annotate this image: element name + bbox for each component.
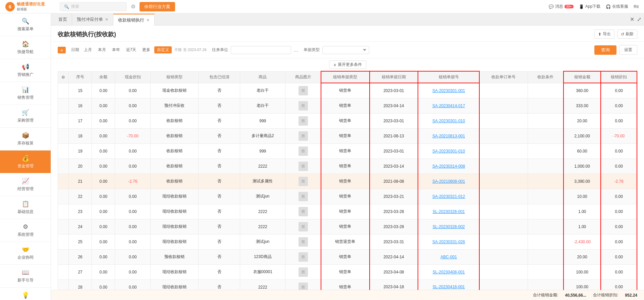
td-receipt-condition bbox=[528, 113, 564, 128]
online-support-item[interactable]: 🎧 在线客服 bbox=[606, 4, 628, 9]
td-write-off-amount: 1.00 bbox=[564, 219, 601, 234]
td-bill-no[interactable]: SA-20230301-010 bbox=[418, 113, 479, 128]
td-bill-no[interactable]: ABC-001 bbox=[418, 249, 479, 264]
sidebar-label-nav: 快捷导航 bbox=[17, 49, 34, 55]
guide-sidebar-icon: 📖 bbox=[22, 269, 29, 276]
td-bill-no[interactable]: SA-20230414-017 bbox=[418, 98, 479, 113]
td-bill-no[interactable]: SA-20230314-008 bbox=[418, 159, 479, 174]
app-download-item[interactable]: 📱 App下载 bbox=[579, 4, 600, 9]
td-bill-no[interactable]: SA-20230301-001 bbox=[418, 83, 479, 98]
sidebar-item-business[interactable]: 📈 经营管理 bbox=[0, 173, 51, 196]
partner-filter-group: 往来单位 ... bbox=[212, 46, 298, 54]
td-bill-no[interactable]: SA-20230301-010 bbox=[418, 143, 479, 159]
td-bill-no[interactable]: SA-20230331-026 bbox=[418, 234, 479, 249]
messages-item[interactable]: 💬 消息 99+ bbox=[549, 4, 574, 9]
td-receipt-condition bbox=[528, 219, 564, 234]
td-write-off-discount: 0.00 bbox=[601, 98, 637, 113]
td-bill-no[interactable]: SL-20230408-001 bbox=[418, 264, 479, 280]
expand-more-button[interactable]: ∨ 展开更多条件 bbox=[329, 60, 366, 69]
bill-type-select[interactable] bbox=[322, 46, 369, 54]
sidebar-item-finance[interactable]: 💰 资金管理 bbox=[0, 151, 51, 173]
td-bill-type: 销货单 bbox=[321, 174, 369, 189]
sidebar-item-nav[interactable]: 🏠 快捷导航 bbox=[0, 36, 51, 59]
td-bill-date: 2023-03-01 bbox=[370, 83, 418, 98]
td-receipt-order-no bbox=[479, 219, 528, 234]
tab-writeoff-close[interactable]: ✕ bbox=[146, 18, 150, 23]
td-balance: 0.00 bbox=[92, 189, 115, 204]
td-receipt-condition bbox=[528, 174, 564, 189]
page-header: 收款核销执行(按收款) ⬆ 导出 ↺ 刷新 bbox=[51, 26, 644, 42]
td-bill-type: 销货单 bbox=[321, 159, 369, 174]
logo-subtitle: 标准版 bbox=[17, 7, 45, 12]
td-write-off-discount: -70.00 bbox=[601, 128, 637, 143]
td-bill-no[interactable]: SA-20210808-001 bbox=[418, 174, 479, 189]
settings-icon[interactable]: ⚙ bbox=[131, 3, 136, 10]
td-bill-no[interactable]: SA-20210813-001 bbox=[418, 128, 479, 143]
sidebar-item-guide[interactable]: 📖 新手引导 bbox=[0, 265, 51, 288]
tab-home[interactable]: 首页 bbox=[54, 13, 72, 25]
td-receipt-order-no bbox=[479, 189, 528, 204]
td-write-off-discount: -2.76 bbox=[601, 174, 637, 189]
date-opt-custom[interactable]: 自定义 bbox=[154, 46, 172, 53]
td-receipt-condition bbox=[528, 264, 564, 280]
date-opt-7days[interactable]: 近7天 bbox=[124, 46, 139, 53]
td-no: 26 bbox=[69, 249, 92, 264]
td-write-off-amount: 360.00 bbox=[564, 83, 601, 98]
td-bill-date: 2023-04-08 bbox=[370, 264, 418, 280]
td-bill-date: 2023-04-18 bbox=[370, 280, 418, 290]
filter-collapse-btn[interactable]: » bbox=[58, 47, 66, 53]
td-product-image: 图 bbox=[285, 159, 321, 174]
sidebar-item-sales[interactable]: 📊 销售管理 bbox=[0, 82, 51, 105]
td-bill-no[interactable]: SL-20230328-001 bbox=[418, 204, 479, 219]
sales-sidebar-icon: 📊 bbox=[22, 86, 29, 93]
td-bill-type: 销货单 bbox=[321, 264, 369, 280]
table-body: 15 0.00 0.00 现金收款核销 否 老白干 图 销货单 2023-03-… bbox=[58, 83, 637, 290]
table-container[interactable]: ⚙ 序号 余额 现金折扣 核销类型 包含已结清 商品 商品图片 核销单据类型 核… bbox=[51, 71, 644, 290]
sidebar-item-hardware[interactable]: 💡 智能硬件 bbox=[0, 288, 51, 300]
sidebar-item-inventory[interactable]: 📦 库存核算 bbox=[0, 128, 51, 151]
close-tab-btn[interactable]: ✕ bbox=[630, 16, 634, 23]
tab-writeoff[interactable]: 收款核销执行 ✕ bbox=[113, 14, 155, 26]
date-opt-more[interactable]: 更多 bbox=[140, 46, 152, 53]
td-including-cleared: 否 bbox=[199, 189, 240, 204]
td-write-off-type: 收款核销 bbox=[151, 143, 199, 159]
tab-home-label: 首页 bbox=[58, 16, 67, 23]
filter-settings-button[interactable]: 设置 bbox=[619, 45, 637, 55]
partner-dots[interactable]: ... bbox=[294, 47, 298, 53]
td-write-off-amount: 1,000.00 bbox=[564, 159, 601, 174]
date-opt-lastmonth[interactable]: 上月 bbox=[82, 46, 94, 53]
sidebar-item-purchase[interactable]: 🛒 采购管理 bbox=[0, 105, 51, 128]
sidebar-item-enterprise[interactable]: 🤝 企业协同 bbox=[0, 242, 51, 265]
export-button[interactable]: ⬆ 导出 bbox=[594, 30, 614, 39]
date-opt-thismonth[interactable]: 本月 bbox=[96, 46, 108, 53]
date-label: 日期 bbox=[71, 47, 79, 53]
tab-prepay[interactable]: 预付冲应付单 ✕ bbox=[72, 13, 113, 25]
solution-button[interactable]: 休馆行业方案 bbox=[140, 2, 175, 11]
date-opt-thisyear[interactable]: 本年 bbox=[110, 46, 122, 53]
search-box[interactable]: 🔍 搜索 bbox=[60, 2, 127, 11]
td-bill-no[interactable]: SL-20230328-002 bbox=[418, 219, 479, 234]
th-settings[interactable]: ⚙ bbox=[58, 71, 69, 83]
tab-bar: 首页 预付冲应付单 ✕ 收款核销执行 ✕ ✕ ⤢ bbox=[51, 13, 644, 26]
sidebar-item-marketing[interactable]: 📢 营销推广 bbox=[0, 59, 51, 82]
td-bill-no[interactable]: SA-20230321-012 bbox=[418, 189, 479, 204]
td-settings bbox=[58, 204, 69, 219]
td-settings bbox=[58, 83, 69, 98]
td-settings bbox=[58, 113, 69, 128]
sidebar-item-basics[interactable]: 📋 基础信息 bbox=[0, 196, 51, 219]
td-including-cleared: 否 bbox=[199, 128, 240, 143]
sidebar-item-search[interactable]: 🔍 搜索菜单 bbox=[0, 13, 51, 36]
tab-prepay-close[interactable]: ✕ bbox=[105, 17, 108, 22]
th-write-off-discount: 核销折扣 bbox=[601, 71, 637, 83]
td-product: 999 bbox=[240, 113, 285, 128]
query-button[interactable]: 查询 bbox=[594, 45, 616, 55]
partner-input[interactable] bbox=[231, 46, 291, 54]
td-including-cleared: 否 bbox=[199, 264, 240, 280]
td-no: 17 bbox=[69, 113, 92, 128]
td-write-off-amount: 20.00 bbox=[564, 249, 601, 264]
sidebar-item-system[interactable]: ⚙ 系统管理 bbox=[0, 219, 51, 242]
td-bill-no[interactable]: SL-20230418-001 bbox=[418, 280, 479, 290]
fullscreen-btn[interactable]: ⤢ bbox=[637, 16, 641, 23]
refresh-button[interactable]: ↺ 刷新 bbox=[617, 30, 637, 39]
td-settings bbox=[58, 159, 69, 174]
